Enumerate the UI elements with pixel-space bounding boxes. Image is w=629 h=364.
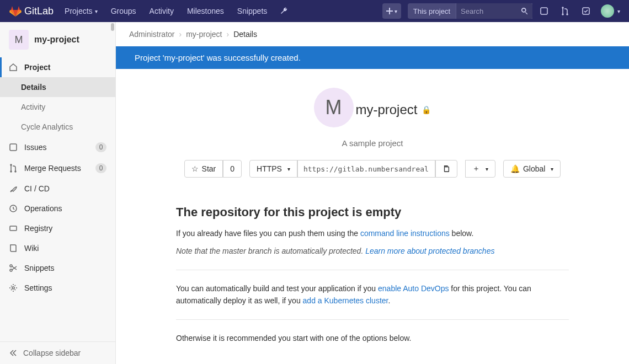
nav-snippets[interactable]: Snippets xyxy=(232,0,273,22)
auto-devops-link[interactable]: enable Auto DevOps xyxy=(378,284,449,293)
search-input[interactable] xyxy=(456,3,517,19)
operations-icon xyxy=(9,204,18,213)
scissors-icon xyxy=(9,264,18,272)
sidebar-sub-activity[interactable]: Activity xyxy=(0,97,115,117)
gitlab-logo[interactable]: GitLab xyxy=(9,4,54,18)
cli-link[interactable]: command line instructions xyxy=(360,229,450,238)
svg-rect-0 xyxy=(541,8,547,14)
navbar: GitLab Projects▾ Groups Activity Milesto… xyxy=(0,0,629,22)
chevron-down-icon: ▾ xyxy=(95,8,98,14)
sidebar-item-wiki[interactable]: Wiki xyxy=(0,238,115,258)
protected-branches-link[interactable]: Learn more about protected branches xyxy=(365,247,494,255)
plus-icon xyxy=(386,8,393,14)
kubernetes-link[interactable]: add a Kubernetes cluster xyxy=(303,296,388,305)
sidebar-label: Settings xyxy=(24,283,52,292)
project-name: my-project 🔒 xyxy=(355,102,431,117)
tanuki-icon xyxy=(9,4,22,18)
breadcrumb-project[interactable]: my-project xyxy=(186,30,222,39)
sidebar-item-issues[interactable]: Issues 0 xyxy=(0,137,115,158)
project-actions: ☆Star 0 HTTPS▾ ＋▾ 🔔Global▾ xyxy=(116,160,629,178)
chevron-down-icon: ▾ xyxy=(551,166,553,172)
divider xyxy=(176,319,569,320)
registry-icon xyxy=(9,224,18,233)
svg-point-8 xyxy=(10,265,12,267)
nav-milestones[interactable]: Milestones xyxy=(182,0,230,22)
clipboard-icon xyxy=(443,165,450,173)
todos-shortcut[interactable] xyxy=(577,0,595,22)
sidebar-label: CI / CD xyxy=(24,184,50,193)
svg-point-4 xyxy=(10,171,12,172)
nav-activity[interactable]: Activity xyxy=(144,0,179,22)
sidebar-sub-cycle[interactable]: Cycle Analytics xyxy=(0,117,115,137)
brand-text: GitLab xyxy=(24,6,54,17)
project-title: my-project xyxy=(34,35,79,45)
sidebar-item-snippets[interactable]: Snippets xyxy=(0,258,115,278)
star-icon: ☆ xyxy=(191,164,199,173)
options-text: Otherwise it is recommended you start wi… xyxy=(176,332,569,344)
project-avatar: M xyxy=(9,30,29,50)
lock-icon: 🔒 xyxy=(422,105,431,114)
issues-icon xyxy=(540,7,548,15)
badge-count: 0 xyxy=(95,142,106,152)
search-icon xyxy=(521,7,529,15)
copy-url-button[interactable] xyxy=(435,160,457,178)
breadcrumb: Administrator › my-project › Details xyxy=(116,22,629,46)
nav-groups[interactable]: Groups xyxy=(105,0,142,22)
sidebar-sub-details[interactable]: Details xyxy=(0,77,115,97)
sidebar-item-cicd[interactable]: CI / CD xyxy=(0,179,115,199)
project-description: A sample project xyxy=(116,138,629,148)
mr-shortcut[interactable] xyxy=(556,0,574,22)
star-count[interactable]: 0 xyxy=(223,160,242,178)
sidebar-label: Issues xyxy=(24,143,46,152)
rocket-icon xyxy=(9,184,18,193)
issues-icon xyxy=(9,143,18,152)
sidebar-label: Operations xyxy=(24,204,62,213)
book-icon xyxy=(9,244,18,253)
project-avatar-large: M xyxy=(314,88,354,127)
breadcrumb-current: Details xyxy=(233,30,257,39)
star-button[interactable]: ☆Star xyxy=(184,160,223,178)
add-menu-button[interactable]: ＋▾ xyxy=(465,160,495,178)
protocol-dropdown[interactable]: HTTPS▾ xyxy=(249,160,297,178)
issues-shortcut[interactable] xyxy=(535,0,553,22)
search-scope[interactable]: This project xyxy=(408,3,456,19)
new-menu-button[interactable]: ▾ xyxy=(382,3,401,19)
sidebar-item-project[interactable]: Project xyxy=(0,57,115,77)
chevron-down-icon: ▾ xyxy=(617,8,620,14)
svg-rect-11 xyxy=(444,167,449,172)
home-icon xyxy=(9,63,18,72)
push-instructions: If you already have files you can push t… xyxy=(176,227,569,239)
sidebar-label: Snippets xyxy=(24,264,54,272)
search-box: This project xyxy=(408,3,532,19)
collapse-label: Collapse sidebar xyxy=(23,349,81,357)
chevron-down-icon: ▾ xyxy=(287,166,290,172)
collapse-sidebar[interactable]: Collapse sidebar xyxy=(0,341,115,364)
sidebar-item-operations[interactable]: Operations xyxy=(0,199,115,218)
sidebar-label: Registry xyxy=(24,224,52,233)
empty-heading: The repository for this project is empty xyxy=(176,205,569,220)
notification-dropdown[interactable]: 🔔Global▾ xyxy=(503,160,561,178)
nav-projects[interactable]: Projects▾ xyxy=(59,0,103,22)
main-content: Administrator › my-project › Details Pro… xyxy=(116,22,629,364)
chevron-down-icon: ▾ xyxy=(486,166,488,172)
scrollbar[interactable] xyxy=(111,23,114,31)
merge-request-icon xyxy=(561,7,569,15)
clone-url-input[interactable] xyxy=(297,160,435,178)
svg-point-9 xyxy=(10,269,12,271)
sidebar-label: Project xyxy=(24,63,50,72)
chevron-down-icon: ▾ xyxy=(395,8,397,14)
sidebar-project-header[interactable]: M my-project xyxy=(0,22,115,57)
auto-devops-text: You can automatically build and test you… xyxy=(176,282,569,307)
user-avatar[interactable] xyxy=(601,4,614,18)
sidebar-item-registry[interactable]: Registry xyxy=(0,218,115,238)
todos-icon xyxy=(582,7,590,15)
search-button[interactable] xyxy=(517,3,532,19)
sidebar-item-settings[interactable]: Settings xyxy=(0,278,115,298)
sidebar-item-mrs[interactable]: Merge Requests 0 xyxy=(0,158,115,179)
breadcrumb-admin[interactable]: Administrator xyxy=(129,30,174,39)
svg-point-5 xyxy=(15,171,16,172)
svg-rect-7 xyxy=(10,226,17,231)
badge-count: 0 xyxy=(95,163,106,173)
wrench-icon[interactable] xyxy=(275,0,294,22)
gear-icon xyxy=(9,283,18,292)
